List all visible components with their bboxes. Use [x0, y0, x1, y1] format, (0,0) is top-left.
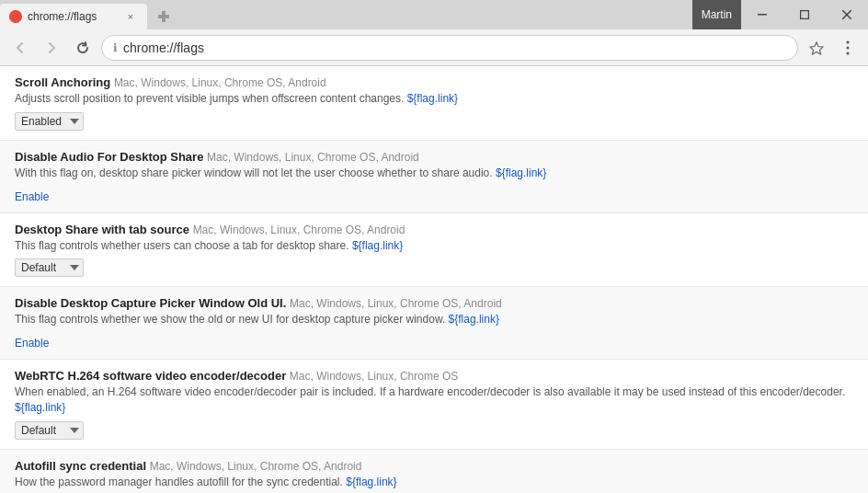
minimize-button[interactable]: [741, 0, 783, 29]
bookmark-button[interactable]: [804, 35, 829, 61]
flag-select[interactable]: DefaultEnabledDisabled: [15, 421, 84, 440]
flag-title: Disable Desktop Capture Picker Window Ol…: [15, 296, 286, 310]
flag-title: Disable Audio For Desktop Share: [15, 150, 203, 164]
flag-item: Scroll Anchoring Mac, Windows, Linux, Ch…: [0, 66, 868, 141]
active-tab[interactable]: chrome://flags ×: [0, 4, 147, 29]
flag-header: Autofill sync credential Mac, Windows, L…: [15, 459, 853, 473]
maximize-button[interactable]: [783, 0, 826, 29]
flag-description: How the password manager handles autofil…: [15, 475, 853, 490]
flag-control[interactable]: Enable: [15, 187, 853, 203]
flag-select[interactable]: DefaultEnabledDisabled: [15, 258, 84, 277]
info-icon: ℹ: [113, 41, 118, 54]
svg-rect-9: [801, 11, 809, 19]
flag-header: Disable Audio For Desktop Share Mac, Win…: [15, 150, 853, 164]
title-bar: chrome://flags × Martin: [0, 0, 868, 29]
flag-platforms: Mac, Windows, Linux, Chrome OS, Android: [150, 460, 362, 473]
flag-item: WebRTC H.264 software video encoder/deco…: [0, 360, 868, 450]
flag-header: Disable Desktop Capture Picker Window Ol…: [15, 296, 853, 310]
svg-marker-12: [810, 42, 823, 54]
flag-anchor-link[interactable]: ${flag.link}: [15, 401, 65, 414]
flag-platforms: Mac, Windows, Linux, Chrome OS, Android: [193, 224, 405, 236]
flag-platforms: Mac, Windows, Linux, Chrome OS, Android: [207, 151, 419, 164]
flag-select[interactable]: DefaultEnabledDisabled: [15, 112, 84, 131]
window-controls: Martin: [692, 0, 868, 29]
flag-description: This flag controls whether users can cho…: [15, 238, 853, 254]
flag-title: Scroll Anchoring: [15, 75, 110, 89]
flag-control[interactable]: DefaultEnabledDisabled: [15, 258, 853, 277]
flag-platforms: Mac, Windows, Linux, Chrome OS, Android: [114, 76, 326, 89]
new-tab-button[interactable]: [151, 4, 177, 29]
flag-control[interactable]: DefaultEnabledDisabled: [15, 421, 853, 440]
flag-anchor-link[interactable]: ${flag.link}: [496, 166, 546, 179]
address-bar: ℹ chrome://flags: [0, 29, 868, 66]
flag-platforms: Mac, Windows, Linux, Chrome OS, Android: [290, 297, 502, 310]
flag-anchor-link[interactable]: ${flag.link}: [407, 92, 458, 105]
flag-header: Desktop Share with tab source Mac, Windo…: [15, 223, 853, 236]
user-name: Martin: [692, 0, 741, 29]
svg-rect-8: [758, 14, 767, 16]
flag-anchor-link[interactable]: ${flag.link}: [449, 313, 499, 326]
flag-title: Autofill sync credential: [15, 459, 146, 473]
forward-button[interactable]: [39, 35, 64, 61]
flag-description: With this flag on, desktop share picker …: [15, 166, 853, 181]
flag-anchor-link[interactable]: ${flag.link}: [352, 239, 403, 252]
flag-platforms: Mac, Windows, Linux, Chrome OS: [290, 370, 458, 383]
reload-button[interactable]: [70, 35, 96, 61]
svg-point-15: [847, 52, 850, 54]
url-text[interactable]: chrome://flags: [123, 40, 786, 55]
flag-item: Disable Desktop Capture Picker Window Ol…: [0, 287, 868, 360]
flag-item: Autofill sync credential Mac, Windows, L…: [0, 450, 868, 493]
tab-close-button[interactable]: ×: [123, 9, 138, 24]
flag-title: WebRTC H.264 software video encoder/deco…: [15, 369, 286, 383]
close-button[interactable]: [826, 0, 868, 29]
svg-point-1: [14, 15, 17, 18]
tab-favicon: [9, 10, 22, 23]
flags-content: Scroll Anchoring Mac, Windows, Linux, Ch…: [0, 66, 868, 493]
flag-title: Desktop Share with tab source: [15, 223, 189, 236]
flag-description: This flag controls whether we show the o…: [15, 312, 853, 327]
tab-title: chrome://flags: [28, 10, 118, 23]
flag-item: Disable Audio For Desktop Share Mac, Win…: [0, 141, 868, 213]
flag-enable-link[interactable]: Enable: [15, 337, 49, 350]
flag-enable-link[interactable]: Enable: [15, 190, 49, 203]
flag-description: When enabled, an H.264 software video en…: [15, 384, 853, 416]
flag-control[interactable]: Enable: [15, 333, 853, 350]
flag-anchor-link[interactable]: ${flag.link}: [346, 476, 396, 488]
svg-point-14: [847, 46, 850, 49]
flag-control[interactable]: DefaultEnabledDisabled: [15, 112, 853, 131]
menu-button[interactable]: [835, 35, 861, 61]
flag-header: Scroll Anchoring Mac, Windows, Linux, Ch…: [15, 75, 853, 89]
flag-description: Adjusts scroll position to prevent visib…: [15, 91, 853, 107]
svg-rect-7: [158, 15, 169, 18]
svg-point-13: [847, 40, 850, 43]
flag-header: WebRTC H.264 software video encoder/deco…: [15, 369, 853, 383]
url-bar[interactable]: ℹ chrome://flags: [101, 35, 798, 61]
flag-item: Desktop Share with tab source Mac, Windo…: [0, 213, 868, 288]
back-button[interactable]: [7, 35, 33, 61]
